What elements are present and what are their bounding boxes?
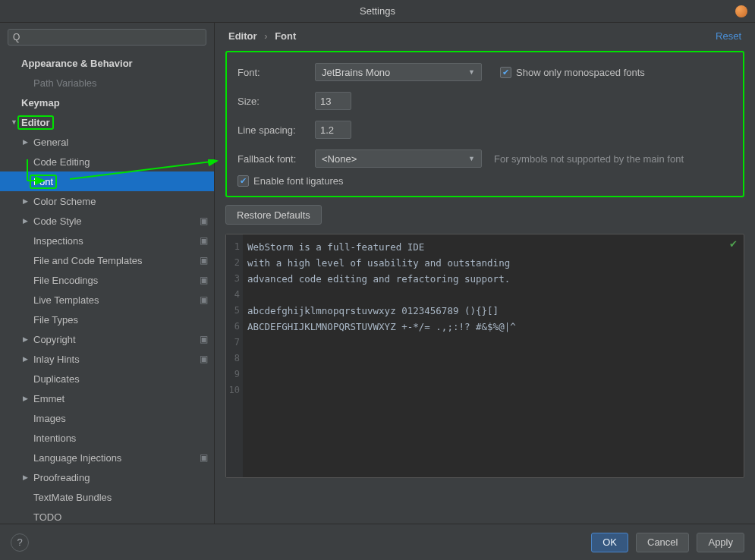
settings-sidebar: Appearance & BehaviorPath VariablesKeyma… — [0, 23, 215, 524]
monospaced-checkbox[interactable]: ✔ Show only monospaced fonts — [500, 67, 645, 78]
tree-item-label: Copyright — [33, 334, 76, 345]
expand-arrow-icon: ▶ — [23, 395, 30, 402]
close-icon[interactable] — [735, 5, 747, 17]
font-preview: 12345678910 WebStorm is a full-featured … — [225, 234, 744, 478]
check-icon: ✔ — [238, 175, 249, 187]
font-label: Font: — [238, 67, 315, 78]
tree-item-label: Code Style — [33, 216, 82, 227]
ligatures-checkbox[interactable]: ✔ Enable font ligatures — [238, 175, 344, 187]
breadcrumb-editor: Editor — [228, 30, 257, 42]
reset-link[interactable]: Reset — [716, 30, 741, 42]
tree-item-inlay-hints[interactable]: ▶Inlay Hints▣ — [0, 349, 214, 369]
ok-button[interactable]: OK — [591, 533, 628, 552]
tree-item-label: Language Injections — [33, 452, 121, 464]
chevron-down-icon: ▼ — [468, 68, 475, 76]
tree-item-label: Images — [33, 413, 66, 424]
tree-item-file-encodings[interactable]: File Encodings▣ — [0, 270, 214, 290]
expand-arrow-icon: ▶ — [23, 355, 30, 363]
tree-item-code-editing[interactable]: Code Editing — [0, 152, 214, 171]
font-select[interactable]: JetBrains Mono ▼ — [315, 63, 482, 81]
apply-button[interactable]: Apply — [697, 533, 744, 552]
tree-item-label: Emmet — [33, 393, 64, 404]
tree-item-label: Duplicates — [33, 373, 80, 385]
scope-icon: ▣ — [200, 452, 208, 463]
spacing-label: Line spacing: — [238, 124, 315, 136]
tree-item-label: Font — [33, 176, 57, 187]
scope-icon: ▣ — [200, 275, 208, 285]
tree-item-label: General — [33, 137, 68, 148]
settings-main: Editor › Font Reset Font: JetBrains Mono… — [215, 23, 755, 524]
titlebar: Settings — [0, 0, 755, 23]
scope-icon: ▣ — [200, 216, 208, 226]
scope-icon: ▣ — [200, 235, 208, 246]
expand-arrow-icon: ▶ — [23, 138, 30, 146]
tree-item-path-variables[interactable]: Path Variables — [0, 73, 214, 93]
expand-arrow-icon: ▶ — [23, 217, 30, 225]
tree-item-textmate-bundles[interactable]: TextMate Bundles — [0, 487, 214, 507]
tree-item-proofreading[interactable]: ▶Proofreading — [0, 467, 214, 487]
font-settings-panel: Font: JetBrains Mono ▼ ✔ Show only monos… — [225, 51, 744, 197]
tree-item-appearance-behavior[interactable]: Appearance & Behavior — [0, 53, 214, 73]
tree-item-label: Appearance & Behavior — [21, 58, 133, 69]
tree-item-label: TextMate Bundles — [33, 492, 112, 503]
check-icon: ✔ — [500, 67, 511, 78]
tree-item-duplicates[interactable]: Duplicates — [0, 369, 214, 389]
tree-item-label: TODO — [33, 511, 61, 523]
fallback-select[interactable]: <None> ▼ — [315, 149, 482, 168]
tree-item-label: Keymap — [21, 97, 60, 109]
tree-item-live-templates[interactable]: Live Templates▣ — [0, 290, 214, 310]
tree-item-label: File Encodings — [33, 275, 98, 286]
tree-item-label: Proofreading — [33, 472, 90, 483]
tree-item-todo[interactable]: TODO — [0, 507, 214, 524]
tree-item-label: Intentions — [33, 433, 76, 444]
expand-arrow-icon: ▶ — [23, 335, 30, 343]
tree-item-label: Inspections — [33, 235, 83, 247]
chevron-down-icon: ▼ — [468, 155, 475, 162]
expand-arrow-icon: ▶ — [23, 473, 30, 481]
tree-item-label: Editor — [21, 117, 54, 128]
tree-item-font[interactable]: Font — [0, 171, 214, 191]
window-title: Settings — [360, 5, 395, 17]
tree-item-inspections[interactable]: Inspections▣ — [0, 231, 214, 250]
tree-item-intentions[interactable]: Intentions — [0, 428, 214, 448]
status-check-icon: ✔ — [729, 238, 738, 250]
tree-item-label: Code Editing — [33, 156, 90, 168]
scope-icon: ▣ — [200, 255, 208, 266]
scope-icon: ▣ — [200, 294, 208, 305]
size-input[interactable] — [315, 92, 351, 110]
dialog-footer: ? OK Cancel Apply — [0, 524, 755, 560]
tree-item-images[interactable]: Images — [0, 408, 214, 428]
scope-icon: ▣ — [200, 334, 208, 344]
fallback-value: <None> — [322, 153, 357, 165]
tree-item-language-injections[interactable]: Language Injections▣ — [0, 448, 214, 467]
breadcrumb-sep: › — [264, 30, 267, 42]
tree-item-code-style[interactable]: ▶Code Style▣ — [0, 211, 214, 231]
tree-item-copyright[interactable]: ▶Copyright▣ — [0, 329, 214, 349]
restore-defaults-button[interactable]: Restore Defaults — [225, 205, 322, 225]
settings-tree: Appearance & BehaviorPath VariablesKeyma… — [0, 52, 214, 524]
tree-item-label: File and Code Templates — [33, 255, 143, 266]
size-label: Size: — [238, 96, 315, 107]
breadcrumb-font: Font — [275, 30, 296, 42]
tree-item-file-and-code-templates[interactable]: File and Code Templates▣ — [0, 250, 214, 270]
preview-code: WebStorm is a full-featured IDE with a h… — [243, 234, 744, 477]
fallback-label: Fallback font: — [238, 153, 315, 165]
help-button[interactable]: ? — [11, 533, 29, 552]
search-input[interactable] — [8, 29, 206, 46]
tree-item-file-types[interactable]: File Types — [0, 310, 214, 329]
tree-item-label: File Types — [33, 314, 78, 326]
tree-item-label: Live Templates — [33, 294, 99, 306]
tree-item-label: Color Scheme — [33, 196, 96, 207]
tree-item-general[interactable]: ▶General — [0, 132, 214, 152]
tree-item-label: Path Variables — [33, 77, 97, 89]
tree-item-color-scheme[interactable]: ▶Color Scheme — [0, 191, 214, 211]
tree-item-keymap[interactable]: Keymap — [0, 93, 214, 112]
cancel-button[interactable]: Cancel — [636, 533, 689, 552]
tree-item-editor[interactable]: ▼Editor — [0, 112, 214, 132]
fallback-hint: For symbols not supported by the main fo… — [494, 153, 684, 165]
spacing-input[interactable] — [315, 121, 351, 139]
tree-item-emmet[interactable]: ▶Emmet — [0, 389, 214, 408]
expand-arrow-icon: ▶ — [23, 197, 30, 205]
preview-gutter: 12345678910 — [226, 234, 243, 477]
monospaced-label: Show only monospaced fonts — [516, 67, 645, 78]
